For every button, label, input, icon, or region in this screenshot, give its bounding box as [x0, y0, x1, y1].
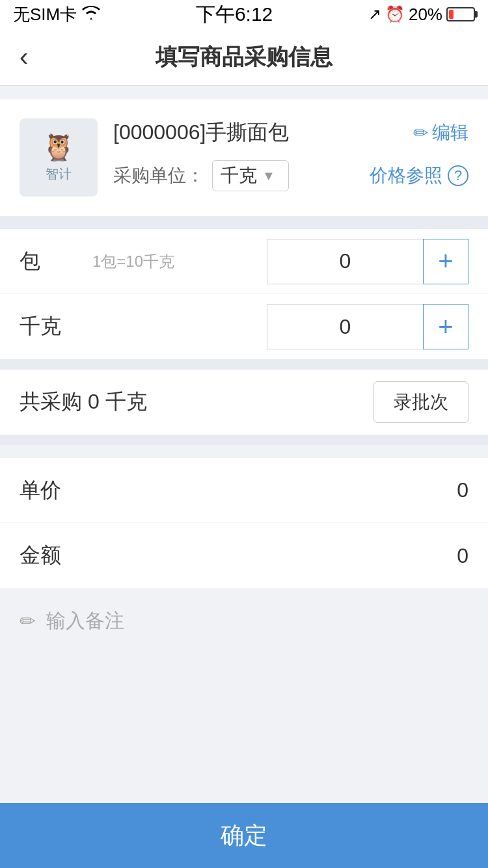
unit-left: 采购单位： 千克 ▼: [113, 160, 289, 191]
total-text: 共采购 0 千克: [20, 388, 147, 416]
confirm-button[interactable]: 确定: [0, 803, 488, 868]
product-unit-row: 采购单位： 千克 ▼ 价格参照 ?: [113, 160, 468, 191]
page-title: 填写商品采购信息: [156, 42, 332, 72]
bag-label: 包: [20, 247, 85, 276]
edit-button[interactable]: ✏ 编辑: [413, 120, 468, 145]
input-section: 包 1包=10千克 + 千克 +: [0, 229, 488, 359]
section-divider-2: [0, 359, 488, 370]
record-batch-button[interactable]: 录批次: [373, 381, 468, 423]
amount-value: 0: [457, 544, 468, 568]
kg-plus-button[interactable]: +: [423, 304, 468, 349]
unit-selector[interactable]: 千克 ▼: [212, 160, 289, 191]
wifi-icon: [82, 5, 100, 25]
price-value: 0: [457, 478, 468, 502]
pencil-icon: ✏: [20, 610, 36, 632]
total-section: 共采购 0 千克 录批次: [0, 359, 488, 445]
product-full-name: [0000006]手撕面包: [113, 118, 289, 147]
kg-input-row: 千克 +: [0, 294, 488, 359]
alarm-icon: ⏰: [385, 5, 405, 23]
price-ref-label: 价格参照: [370, 163, 442, 188]
amount-row: 金额 0: [0, 523, 488, 588]
product-name-row: [0000006]手撕面包 ✏ 编辑: [113, 118, 468, 147]
bag-sublabel: 1包=10千克: [92, 251, 174, 272]
kg-input[interactable]: [267, 304, 423, 349]
price-label: 单价: [20, 476, 61, 505]
bag-input[interactable]: [267, 239, 423, 284]
section-divider-3: [0, 435, 488, 445]
status-bar: 无SIM卡 下午6:12 ↗ ⏰ 20%: [0, 0, 488, 29]
total-row: 共采购 0 千克 录批次: [0, 370, 488, 435]
status-bar-time: 下午6:12: [196, 1, 273, 28]
section-divider-1: [0, 216, 488, 229]
edit-label: 编辑: [432, 120, 468, 145]
amount-label: 金额: [20, 541, 61, 570]
kg-input-control: +: [267, 304, 468, 349]
battery-icon: [446, 7, 475, 21]
product-info: [0000006]手撕面包 ✏ 编辑 采购单位： 千克 ▼ 价格参照 ?: [113, 118, 468, 191]
total-unit: 千克: [105, 390, 147, 413]
dropdown-arrow-icon: ▼: [262, 169, 275, 183]
help-icon: ?: [448, 165, 468, 186]
price-row: 单价 0: [0, 458, 488, 523]
back-button[interactable]: ‹: [20, 42, 28, 72]
status-bar-left: 无SIM卡: [13, 3, 100, 26]
price-reference-button[interactable]: 价格参照 ?: [370, 163, 468, 188]
unit-label: 采购单位：: [113, 163, 204, 188]
product-logo-icon: 🦉: [42, 132, 75, 163]
total-label: 共采购: [20, 390, 82, 413]
carrier-text: 无SIM卡: [13, 3, 77, 26]
bag-input-row: 包 1包=10千克 +: [0, 229, 488, 294]
nav-bar: ‹ 填写商品采购信息: [0, 29, 488, 86]
product-card: 🦉 智计 [0000006]手撕面包 ✏ 编辑 采购单位： 千克 ▼ 价格参照 …: [0, 99, 488, 216]
battery-percent: 20%: [409, 5, 442, 25]
product-logo-text: 智计: [46, 165, 72, 183]
detail-section: 单价 0 金额 0: [0, 458, 488, 588]
product-image: 🦉 智计: [20, 118, 98, 197]
location-icon: ↗: [368, 5, 381, 23]
note-placeholder: 输入备注: [46, 608, 124, 634]
total-value: 0: [88, 390, 105, 413]
status-bar-right: ↗ ⏰ 20%: [368, 5, 475, 25]
kg-label: 千克: [20, 312, 85, 341]
bag-plus-button[interactable]: +: [423, 239, 468, 284]
note-section[interactable]: ✏ 输入备注: [0, 588, 488, 654]
unit-value: 千克: [221, 163, 257, 188]
bag-input-control: +: [267, 239, 468, 284]
edit-icon: ✏: [413, 122, 428, 144]
